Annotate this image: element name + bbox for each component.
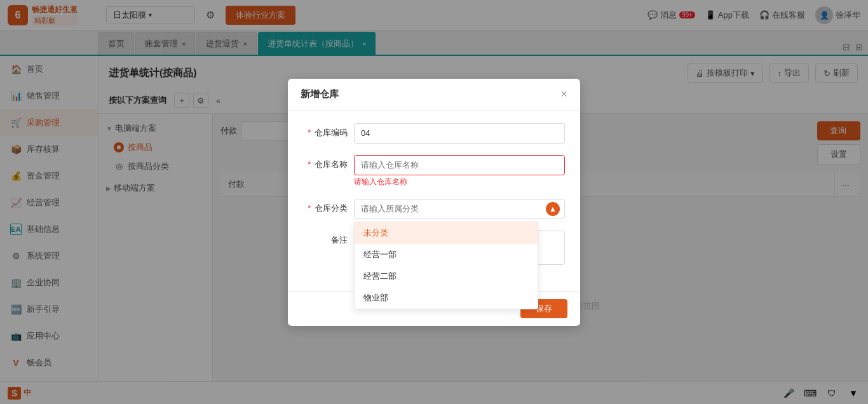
warehouse-category-input[interactable] xyxy=(354,199,565,219)
warehouse-name-error: 请输入仓库名称 xyxy=(354,177,565,187)
warehouse-code-input[interactable] xyxy=(354,123,565,144)
modal-title: 新增仓库 xyxy=(301,88,339,100)
warehouse-name-label-text: 仓库名称 xyxy=(315,159,348,169)
warehouse-name-input[interactable] xyxy=(354,155,565,175)
warehouse-name-label: * 仓库名称 xyxy=(303,155,348,170)
warehouse-category-row: * 仓库分类 ▲ 未分类 经营一部 经营二部 物业部 xyxy=(303,199,565,219)
dropdown-option-dept1[interactable]: 经营一部 xyxy=(355,244,538,266)
warehouse-code-wrap xyxy=(354,123,565,144)
dropdown-option-property[interactable]: 物业部 xyxy=(355,287,538,309)
modal-overlay: 新增仓库 × * 仓库编码 * 仓库名称 xyxy=(0,0,868,404)
modal-header: 新增仓库 × xyxy=(288,79,580,111)
warehouse-code-label-text: 仓库编码 xyxy=(315,128,348,137)
warehouse-name-row: * 仓库名称 请输入仓库名称 xyxy=(303,155,565,187)
warehouse-category-arrow-icon[interactable]: ▲ xyxy=(546,202,560,216)
modal-body: * 仓库编码 * 仓库名称 请输入仓库名称 xyxy=(288,111,580,291)
warehouse-category-label-text: 仓库分类 xyxy=(315,203,348,213)
remark-label: 备注 xyxy=(303,231,348,246)
warehouse-name-wrap: 请输入仓库名称 xyxy=(354,155,565,187)
modal-close-button[interactable]: × xyxy=(560,88,567,101)
new-warehouse-modal: 新增仓库 × * 仓库编码 * 仓库名称 xyxy=(288,79,580,326)
warehouse-category-wrap: ▲ 未分类 经营一部 经营二部 物业部 xyxy=(354,199,565,219)
dropdown-option-uncategorized[interactable]: 未分类 xyxy=(355,222,538,244)
dropdown-option-dept2[interactable]: 经营二部 xyxy=(355,266,538,287)
warehouse-category-dropdown: 未分类 经营一部 经营二部 物业部 xyxy=(354,222,538,309)
warehouse-code-label: * 仓库编码 xyxy=(303,123,348,138)
warehouse-code-row: * 仓库编码 xyxy=(303,123,565,144)
warehouse-category-label: * 仓库分类 xyxy=(303,199,348,214)
remark-label-text: 备注 xyxy=(331,235,348,245)
